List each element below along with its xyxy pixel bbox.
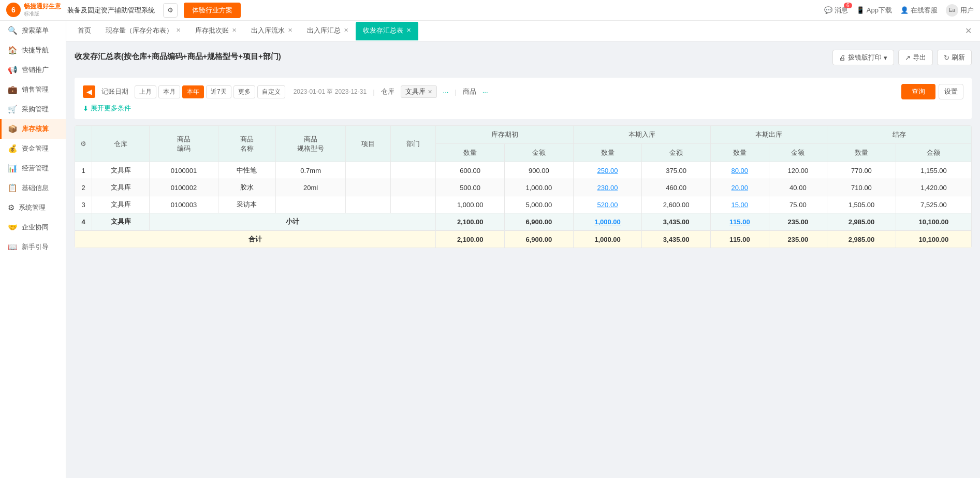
sidebar-item-purchase[interactable]: 🛒 采购管理 [0, 99, 66, 119]
tab-in-out-summary[interactable]: 出入库汇总 ✕ [300, 22, 356, 40]
sidebar-item-search[interactable]: 🔍 搜索菜单 [0, 21, 66, 40]
sidebar-label-purchase: 采购管理 [22, 105, 49, 114]
table-gear-icon[interactable]: ⚙ [80, 140, 86, 148]
settings-btn[interactable]: ⚙ [163, 3, 178, 18]
sidebar-label-system: 系统管理 [19, 203, 46, 212]
date-btn-custom[interactable]: 自定义 [257, 85, 285, 98]
export-icon: ↗ [905, 54, 911, 62]
col-gear-header: ⚙ [75, 126, 92, 162]
sidebar-item-operations[interactable]: 📊 经营管理 [0, 158, 66, 178]
row1-project [346, 162, 391, 179]
row1-in-amt: 375.00 [642, 162, 711, 179]
row3-init-qty: 1,000.00 [436, 196, 505, 213]
col-init-amt-header: 金额 [505, 144, 574, 162]
total-in-qty: 1,000.00 [573, 230, 642, 248]
subtotal-out-qty[interactable]: 115.00 [710, 213, 769, 231]
tab-batch-ledger[interactable]: 库存批次账 ✕ [188, 22, 244, 40]
logo-icon: 6 [6, 3, 21, 17]
row3-name: 采访本 [218, 196, 275, 213]
warehouse-tag-close[interactable]: ✕ [428, 89, 432, 95]
export-btn[interactable]: ↗ 导出 [898, 50, 933, 65]
filter-collapse-btn[interactable]: ◀ [83, 85, 95, 98]
sidebar-item-guide[interactable]: 📖 新手引导 [0, 237, 66, 257]
refresh-btn[interactable]: ↻ 刷新 [937, 50, 972, 65]
date-btn-this-month[interactable]: 本月 [158, 85, 180, 98]
tab-in-out-flow[interactable]: 出入库流水 ✕ [244, 22, 300, 40]
subtotal-label: 小计 [150, 213, 436, 231]
row3-dept [391, 196, 436, 213]
total-bal-qty: 2,985.00 [827, 230, 896, 248]
user-btn[interactable]: Ea 用户 [946, 4, 974, 17]
top-bar: 6 畅捷通好生意 标准版 装备及固定资产辅助管理系统 ⚙ 体验行业方案 💬 消息… [0, 0, 980, 21]
row3-init-amt: 5,000.00 [505, 196, 574, 213]
row1-out-qty[interactable]: 80.00 [710, 162, 769, 179]
row3-in-qty[interactable]: 520.00 [573, 196, 642, 213]
sidebar-item-finance[interactable]: 💰 资金管理 [0, 139, 66, 158]
sidebar-label-quick-nav: 快捷导航 [22, 46, 49, 55]
sidebar-item-enterprise[interactable]: 🤝 企业协同 [0, 218, 66, 237]
logo-text: 畅捷通好生意 [24, 3, 61, 10]
message-btn[interactable]: 💬 消息 6 [824, 6, 848, 15]
row2-code: 0100002 [150, 179, 218, 196]
row2-in-qty[interactable]: 230.00 [573, 179, 642, 196]
sidebar-item-marketing[interactable]: 📢 营销推广 [0, 60, 66, 80]
sidebar: 🔍 搜索菜单 🏠 快捷导航 📢 营销推广 💼 销售管理 🛒 采购管理 📦 [0, 21, 66, 478]
app-download-btn[interactable]: 📱 App下载 [856, 6, 892, 15]
tab-inventory-dist-close[interactable]: ✕ [176, 27, 181, 34]
subtotal-out-amt: 235.00 [769, 213, 827, 231]
user-label: 用户 [960, 6, 974, 15]
sidebar-label-operations: 经营管理 [22, 164, 49, 173]
expand-conditions-btn[interactable]: ⬇ 展开更多条件 [83, 104, 131, 113]
sidebar-item-sales[interactable]: 💼 销售管理 [0, 80, 66, 99]
tab-home[interactable]: 首页 [70, 22, 98, 40]
date-btn-more[interactable]: 更多 [233, 85, 255, 98]
sidebar-item-quick-nav[interactable]: 🏠 快捷导航 [0, 40, 66, 60]
top-bar-right: 💬 消息 6 📱 App下载 👤 在线客服 Ea 用户 [824, 4, 974, 17]
row2-out-qty[interactable]: 20.00 [710, 179, 769, 196]
total-in-amt: 3,435.00 [642, 230, 711, 248]
query-btn[interactable]: 查询 [901, 84, 935, 99]
col-in-stock-header: 本期入库 [573, 126, 710, 144]
tab-inventory-dist[interactable]: 现存量（库存分布表） ✕ [98, 22, 188, 40]
date-btn-7days[interactable]: 近7天 [206, 85, 231, 98]
app-icon: 📱 [856, 6, 865, 14]
date-btn-this-year[interactable]: 本年 [182, 85, 204, 98]
goods-more-btn[interactable]: ··· [482, 88, 488, 96]
app-wrapper: 6 畅捷通好生意 标准版 装备及固定资产辅助管理系统 ⚙ 体验行业方案 💬 消息… [0, 0, 980, 478]
sidebar-item-system[interactable]: ⚙ 系统管理 [0, 198, 66, 218]
system-title: 装备及固定资产辅助管理系统 [67, 6, 155, 15]
sidebar-item-inventory[interactable]: 📦 库存核算 [0, 119, 66, 139]
expand-icon: ⬇ [83, 105, 89, 112]
tab-recv-send-summary[interactable]: 收发存汇总表 ✕ [356, 22, 418, 40]
tab-in-out-flow-close[interactable]: ✕ [288, 27, 292, 34]
total-init-amt: 6,900.00 [505, 230, 574, 248]
trial-btn[interactable]: 体验行业方案 [184, 3, 241, 18]
tab-batch-ledger-close[interactable]: ✕ [232, 27, 237, 34]
row1-in-qty[interactable]: 250.00 [573, 162, 642, 179]
online-service-btn[interactable]: 👤 在线客服 [900, 6, 938, 15]
sidebar-label-enterprise: 企业协同 [22, 223, 49, 232]
tab-bar-close[interactable]: ✕ [961, 24, 976, 38]
tab-in-out-summary-close[interactable]: ✕ [344, 27, 348, 34]
row2-bal-qty: 710.00 [827, 179, 896, 196]
message-icon: 💬 [824, 6, 832, 14]
tab-recv-send-summary-close[interactable]: ✕ [406, 27, 411, 34]
col-out-stock-header: 本期出库 [710, 126, 827, 144]
warehouse-more-btn[interactable]: ··· [443, 88, 449, 96]
total-out-qty: 115.00 [710, 230, 769, 248]
table-header-row-1: ⚙ 仓库 商品编码 商品名称 商品规格型号 项目 部门 库存期初 本期入库 本 [75, 126, 972, 144]
sidebar-item-basic-info[interactable]: 📋 基础信息 [0, 178, 66, 198]
col-in-qty-header: 数量 [573, 144, 642, 162]
date-btn-last-month[interactable]: 上月 [135, 85, 156, 98]
subtotal-no: 4 [75, 213, 92, 231]
row1-bal-qty: 770.00 [827, 162, 896, 179]
row3-bal-qty: 1,505.00 [827, 196, 896, 213]
total-out-amt: 235.00 [769, 230, 827, 248]
tab-in-out-summary-label: 出入库汇总 [307, 26, 341, 35]
filter-settings-btn[interactable]: 设置 [939, 84, 963, 99]
subtotal-in-qty[interactable]: 1,000.00 [573, 213, 642, 231]
print-btn[interactable]: 🖨 拨镜版打印 ▾ [832, 50, 894, 65]
refresh-icon: ↻ [944, 54, 949, 62]
row3-out-qty[interactable]: 15.00 [710, 196, 769, 213]
warehouse-filter-label: 仓库 [381, 87, 394, 96]
